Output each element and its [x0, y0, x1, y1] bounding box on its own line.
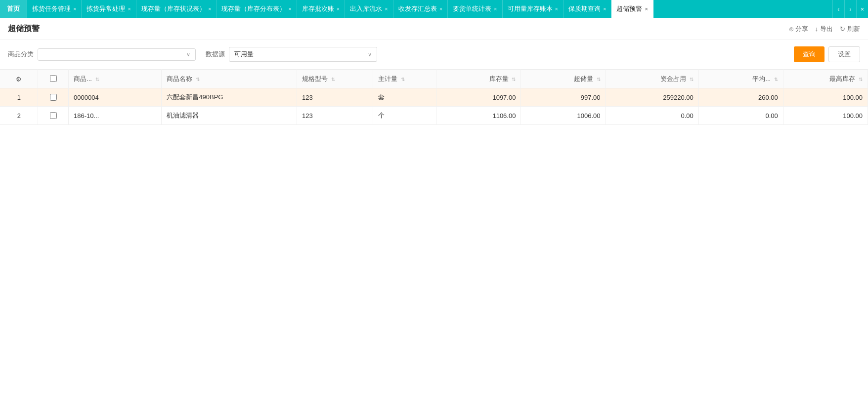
- close-icon[interactable]: ×: [439, 6, 442, 12]
- close-icon[interactable]: ×: [555, 6, 558, 12]
- category-label: 商品分类: [8, 50, 34, 59]
- refresh-icon: ↻: [840, 25, 845, 33]
- export-button[interactable]: ↓ 导出: [815, 25, 833, 34]
- table-header-row: ⚙ 商品... ⇅ 商品名称 ⇅ 规格型号 ⇅: [0, 70, 868, 88]
- th-unit[interactable]: 主计量 ⇅: [373, 70, 436, 88]
- th-overflow[interactable]: 超储量 ⇅: [521, 70, 606, 88]
- refresh-button[interactable]: ↻ 刷新: [840, 25, 860, 34]
- share-button[interactable]: ⎋ 分享: [789, 25, 808, 34]
- category-select[interactable]: ∨: [38, 48, 196, 61]
- row-funds: 0.00: [606, 107, 698, 125]
- page-title: 超储预警: [8, 24, 40, 34]
- sort-icon: ⇅: [196, 77, 200, 82]
- datasource-select-value: 可用量: [234, 50, 254, 59]
- close-icon[interactable]: ×: [73, 6, 76, 12]
- settings-button[interactable]: 设置: [828, 46, 860, 62]
- category-filter-group: 商品分类 ∨: [8, 48, 196, 61]
- datasource-select[interactable]: 可用量 ∨: [229, 47, 377, 62]
- nav-prev-button[interactable]: ‹: [832, 0, 844, 18]
- select-all-checkbox[interactable]: [50, 75, 57, 82]
- row-spec: 123: [297, 107, 373, 125]
- row-code: 186-10...: [69, 107, 162, 125]
- nav-tab-huizong[interactable]: 收发存汇总表 ×: [393, 0, 448, 18]
- row-avg: 0.00: [698, 107, 783, 125]
- nav-tab-liushui[interactable]: 出入库流水 ×: [345, 0, 393, 18]
- row-overflow: 1006.00: [521, 107, 606, 125]
- header-actions: ⎋ 分享 ↓ 导出 ↻ 刷新: [789, 25, 861, 34]
- query-button[interactable]: 查询: [794, 46, 825, 62]
- page-header: 超储预警 ⎋ 分享 ↓ 导出 ↻ 刷新: [0, 18, 868, 40]
- row-checkbox-cell: [38, 107, 69, 125]
- table-row: 2 186-10... 机油滤清器 123 个 1106.00 1006.00 …: [0, 107, 868, 125]
- sort-icon: ⇅: [690, 77, 694, 82]
- th-stock[interactable]: 库存量 ⇅: [436, 70, 521, 88]
- nav-tab-keyongliang[interactable]: 可用量库存账本 ×: [503, 0, 564, 18]
- export-icon: ↓: [815, 25, 819, 33]
- th-checkbox: [38, 70, 69, 88]
- sort-icon: ⇅: [512, 77, 516, 82]
- row-code: 0000004: [69, 88, 162, 107]
- nav-tab-chaochuyujing[interactable]: 超储预警 ×: [611, 0, 653, 18]
- datasource-label: 数据源: [206, 50, 225, 59]
- nav-tab-jianhuorenwu[interactable]: 拣货任务管理 ×: [27, 0, 82, 18]
- sort-icon: ⇅: [331, 77, 335, 82]
- row-checkbox-cell: [38, 88, 69, 107]
- row-unit: 个: [373, 107, 436, 125]
- th-funds[interactable]: 资金占用 ⇅: [606, 70, 698, 88]
- close-icon[interactable]: ×: [603, 6, 606, 12]
- close-icon[interactable]: ×: [208, 6, 211, 12]
- nav-tab-pici[interactable]: 库存批次账 ×: [297, 0, 345, 18]
- nav-tab-xiancunliang1[interactable]: 现存量（库存状况表） ×: [136, 0, 217, 18]
- sort-icon: ⇅: [597, 77, 601, 82]
- nav-home[interactable]: 首页: [0, 0, 27, 18]
- row-stock: 1106.00: [436, 107, 521, 125]
- nav-tab-jianhuoyichang[interactable]: 拣货异常处理 ×: [82, 0, 136, 18]
- sort-icon: ⇅: [95, 77, 99, 82]
- chevron-down-icon: ∨: [368, 51, 372, 58]
- datasource-filter-group: 数据源 可用量 ∨: [206, 47, 377, 62]
- row-index: 1: [0, 88, 38, 107]
- row-index: 2: [0, 107, 38, 125]
- row-avg: 260.00: [698, 88, 783, 107]
- row-maxstock: 100.00: [783, 107, 868, 125]
- close-icon[interactable]: ×: [385, 6, 388, 12]
- th-spec[interactable]: 规格型号 ⇅: [297, 70, 373, 88]
- th-gear[interactable]: ⚙: [0, 70, 38, 88]
- row-spec: 123: [297, 88, 373, 107]
- close-icon[interactable]: ×: [494, 6, 497, 12]
- row-overflow: 997.00: [521, 88, 606, 107]
- nav-next-button[interactable]: ›: [844, 0, 856, 18]
- nav-arrows: ‹ › ×: [832, 0, 868, 18]
- row-checkbox[interactable]: [50, 94, 57, 101]
- nav-close-button[interactable]: ×: [856, 0, 868, 18]
- gear-icon: ⚙: [16, 76, 22, 83]
- chevron-down-icon: ∨: [186, 51, 190, 58]
- table-row: 1 0000004 六配套新昌490BPG 123 套 1097.00 997.…: [0, 88, 868, 107]
- sort-icon: ⇅: [859, 77, 863, 82]
- main-table: ⚙ 商品... ⇅ 商品名称 ⇅ 规格型号 ⇅: [0, 70, 868, 125]
- row-unit: 套: [373, 88, 436, 107]
- nav-tab-yaohuo[interactable]: 要货单统计表 ×: [448, 0, 502, 18]
- row-checkbox[interactable]: [50, 112, 57, 119]
- th-avg[interactable]: 平均... ⇅: [698, 70, 783, 88]
- close-icon[interactable]: ×: [337, 6, 340, 12]
- th-maxstock[interactable]: 最高库存 ⇅: [783, 70, 868, 88]
- row-maxstock: 100.00: [783, 88, 868, 107]
- th-code[interactable]: 商品... ⇅: [69, 70, 162, 88]
- close-icon[interactable]: ×: [128, 6, 130, 12]
- row-name: 机油滤清器: [162, 107, 297, 125]
- row-name: 六配套新昌490BPG: [162, 88, 297, 107]
- table-container: ⚙ 商品... ⇅ 商品名称 ⇅ 规格型号 ⇅: [0, 70, 868, 125]
- close-icon[interactable]: ×: [645, 6, 648, 12]
- share-icon: ⎋: [789, 25, 793, 33]
- row-stock: 1097.00: [436, 88, 521, 107]
- nav-tab-baozhi[interactable]: 保质期查询 ×: [564, 0, 611, 18]
- th-name[interactable]: 商品名称 ⇅: [162, 70, 297, 88]
- sort-icon: ⇅: [401, 77, 405, 82]
- row-funds: 259220.00: [606, 88, 698, 107]
- nav-tab-xiancunliang2[interactable]: 现存量（库存分布表） ×: [217, 0, 297, 18]
- close-icon[interactable]: ×: [288, 6, 291, 12]
- sort-icon: ⇅: [774, 77, 778, 82]
- top-navigation: 首页 拣货任务管理 × 拣货异常处理 × 现存量（库存状况表） × 现存量（库存…: [0, 0, 868, 18]
- filter-actions: 查询 设置: [794, 46, 860, 62]
